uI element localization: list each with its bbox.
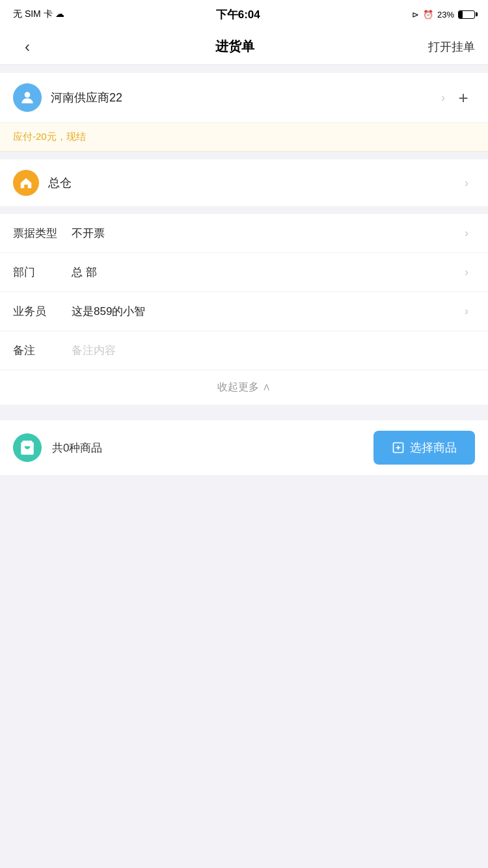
- status-bar: 无 SIM 卡 ☁ 下午6:04 ⊳ ⏰ 23%: [0, 0, 488, 29]
- salesperson-label: 业务员: [13, 304, 72, 319]
- select-product-icon: [392, 441, 405, 454]
- supplier-section: 河南供应商22 › + 应付-20元，现结: [0, 73, 488, 152]
- invoice-type-value: 不开票: [72, 226, 465, 241]
- remark-row[interactable]: 备注 备注内容: [0, 331, 488, 370]
- battery-icon: [458, 10, 475, 19]
- warehouse-section: 总仓 ›: [0, 159, 488, 206]
- alert-text: 应付-20元，现结: [13, 131, 86, 142]
- collapse-row[interactable]: 收起更多 ∧: [0, 370, 488, 405]
- home-icon: [19, 176, 33, 190]
- supplier-row[interactable]: 河南供应商22 › +: [0, 73, 488, 123]
- alarm-icon: ⏰: [423, 10, 433, 20]
- alert-banner: 应付-20元，现结: [0, 123, 488, 152]
- page-title: 进货单: [215, 38, 254, 55]
- form-section: 票据类型 不开票 › 部门 总 部 › 业务员 这是859的小智 › 备注 备注…: [0, 214, 488, 370]
- invoice-type-label: 票据类型: [13, 226, 72, 241]
- status-carrier: 无 SIM 卡 ☁: [13, 8, 64, 20]
- chevron-right-icon: ›: [441, 91, 445, 105]
- supplier-avatar: [13, 83, 42, 112]
- remark-label: 备注: [13, 343, 72, 358]
- warehouse-chevron-icon: ›: [465, 176, 468, 190]
- remark-value[interactable]: 备注内容: [72, 343, 475, 358]
- bottom-bar: 共0种商品 选择商品: [0, 420, 488, 475]
- bottom-divider: [0, 405, 488, 413]
- back-button[interactable]: ‹: [13, 33, 42, 61]
- select-product-label: 选择商品: [410, 440, 457, 455]
- select-product-button[interactable]: 选择商品: [373, 431, 475, 465]
- page-background: [0, 475, 488, 670]
- salesperson-value: 这是859的小智: [72, 304, 465, 319]
- status-time: 下午6:04: [216, 7, 260, 22]
- invoice-type-row[interactable]: 票据类型 不开票 ›: [0, 214, 488, 253]
- department-chevron-icon: ›: [465, 265, 468, 279]
- warehouse-divider: [0, 152, 488, 159]
- warehouse-name: 总仓: [48, 175, 465, 191]
- battery-fill: [459, 11, 463, 18]
- product-count: 共0种商品: [52, 441, 363, 455]
- product-icon: [13, 433, 42, 462]
- salesperson-row[interactable]: 业务员 这是859的小智 ›: [0, 292, 488, 331]
- collapse-label: 收起更多 ∧: [217, 381, 270, 392]
- person-icon: [19, 89, 36, 106]
- supplier-name: 河南供应商22: [51, 90, 441, 105]
- department-value: 总 部: [72, 265, 465, 280]
- department-label: 部门: [13, 265, 72, 280]
- battery-percent: 23%: [437, 10, 454, 20]
- warehouse-icon: [13, 170, 39, 196]
- svg-point-0: [25, 92, 31, 98]
- department-row[interactable]: 部门 总 部 ›: [0, 253, 488, 292]
- open-pending-button[interactable]: 打开挂单: [428, 39, 475, 55]
- cart-icon: [19, 439, 36, 456]
- invoice-type-chevron-icon: ›: [465, 226, 468, 240]
- warehouse-row[interactable]: 总仓 ›: [0, 159, 488, 206]
- add-button[interactable]: +: [452, 86, 475, 109]
- status-right: ⊳ ⏰ 23%: [412, 10, 475, 20]
- nav-bar: ‹ 进货单 打开挂单: [0, 29, 488, 65]
- location-icon: ⊳: [412, 10, 419, 20]
- salesperson-chevron-icon: ›: [465, 305, 468, 318]
- top-divider: [0, 65, 488, 73]
